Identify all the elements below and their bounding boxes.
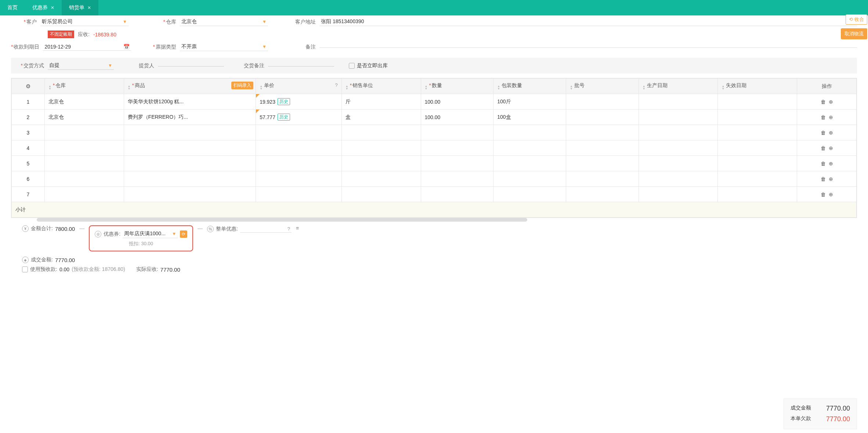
tab-coupon[interactable]: 优惠券✕ (25, 0, 62, 15)
footer-line2: ◈ 成交金额: 7770.00 (11, 255, 857, 265)
sort-icon: ▲▼ (570, 85, 573, 90)
chevron-down-icon: ▼ (262, 19, 267, 24)
ship-now-checkbox[interactable]: 是否立即出库 (349, 62, 388, 69)
bill-type-label: *票据类型 (151, 44, 176, 50)
delete-icon[interactable]: 🗑 (821, 192, 826, 197)
add-icon[interactable]: ⊕ (829, 145, 833, 151)
delete-icon[interactable]: 🗑 (821, 161, 826, 167)
tab-sales-order[interactable]: 销货单✕ (62, 0, 98, 15)
warehouse-select[interactable]: 北京仓▼ (180, 18, 268, 26)
total-label: 金额合计: (31, 225, 53, 232)
add-icon[interactable]: ⊕ (829, 192, 833, 197)
col-warehouse[interactable]: ▲▼*仓库 (44, 79, 124, 94)
refresh-button[interactable]: ⟳ (180, 230, 187, 238)
total-value: 7800.00 (55, 226, 75, 232)
help-icon[interactable]: ? (287, 226, 290, 232)
close-icon[interactable]: ✕ (87, 5, 91, 10)
customer-select[interactable]: 昕乐贸易公司▼ (40, 18, 129, 26)
address-label: 客户地址 (290, 19, 316, 25)
sort-icon: ▲▼ (346, 85, 348, 90)
use-prepay-value: 0.00 (59, 266, 69, 272)
table-row[interactable]: 1 北京仓 华美华夫软饼1200g 糕... 19.923历史 斤 100.00… (12, 94, 857, 110)
col-prod-date[interactable]: ▲▼生产日期 (639, 79, 718, 94)
warehouse-label: *仓库 (151, 19, 176, 25)
add-icon[interactable]: ⊕ (829, 176, 833, 182)
delivery-remark-input[interactable] (268, 65, 334, 67)
calendar-icon: 📅 (123, 44, 130, 50)
col-unit[interactable]: ▲▼*销售单位 (341, 79, 421, 94)
scan-badge[interactable]: 扫码录入 (231, 82, 253, 89)
chevron-down-icon: ▼ (172, 231, 176, 236)
receivable-label: 应收: (78, 31, 90, 38)
col-expire-date[interactable]: ▲▼失效日期 (718, 79, 797, 94)
table-row[interactable]: 7 🗑⊕ (12, 187, 857, 202)
delete-icon[interactable]: 🗑 (821, 145, 826, 151)
sort-icon: ▲▼ (425, 85, 428, 90)
col-batch[interactable]: ▲▼批号 (566, 79, 639, 94)
use-prepay-label: 使用预收款: (30, 266, 57, 273)
add-icon[interactable]: ⊕ (829, 99, 833, 105)
col-qty[interactable]: ▲▼*数量 (421, 79, 493, 94)
delete-icon[interactable]: 🗑 (821, 99, 826, 105)
col-action: 操作 (797, 79, 857, 94)
pickup-label: 提货人 (129, 62, 154, 69)
discount-icon: % (207, 226, 214, 232)
receivable-value: -18639.80 (93, 32, 116, 37)
table-row[interactable]: 6 🗑⊕ (12, 171, 857, 187)
sort-icon: ▲▼ (260, 85, 263, 90)
paydate-input[interactable]: 2019-12-29📅 (43, 43, 131, 51)
actual-value: 7770.00 (160, 266, 180, 273)
table-row[interactable]: 3 🗑⊕ (12, 125, 857, 140)
table-row[interactable]: 4 🗑⊕ (12, 140, 857, 156)
equals-icon: = (296, 225, 299, 231)
sort-icon: ▲▼ (128, 85, 131, 90)
order-discount-input[interactable]: ? (240, 225, 292, 233)
add-icon[interactable]: ⊕ (829, 114, 833, 120)
add-icon[interactable]: ⊕ (829, 161, 833, 167)
delete-icon[interactable]: 🗑 (821, 176, 826, 182)
form-area: ⟲ 收合 取消物流 *客户 昕乐贸易公司▼ *仓库 北京仓▼ 客户地址 张阳 1… (0, 15, 868, 274)
chevron-down-icon: ▼ (108, 63, 112, 68)
col-product[interactable]: ▲▼*商品扫码录入 (124, 79, 256, 94)
coupon-label: 优惠券: (104, 231, 120, 237)
close-icon[interactable]: ✕ (51, 5, 54, 10)
coupon-deduct-row: 抵扣: 30.00 (95, 240, 187, 247)
checkbox-icon (349, 63, 355, 69)
items-table: ⚙ ▲▼*仓库 ▲▼*商品扫码录入 ▲▼单价? ▲▼*销售单位 ▲▼*数量 ▲▼… (11, 78, 857, 218)
tab-home[interactable]: 首页 (0, 0, 25, 15)
deal-icon: ◈ (22, 257, 29, 263)
add-icon[interactable]: ⊕ (829, 130, 833, 136)
delete-icon[interactable]: 🗑 (821, 114, 826, 120)
delivery-remark-label: 交货备注 (239, 62, 264, 69)
remark-input[interactable] (319, 46, 857, 48)
paydate-label: *收款到期日 (11, 44, 39, 50)
table-row[interactable]: 2 北京仓 费列罗（FERRERO）巧... 57.777历史 盒 100.00… (12, 110, 857, 125)
horizontal-scrollbar[interactable] (37, 218, 527, 222)
pickup-input[interactable] (158, 65, 224, 67)
subtotal-row: 小计 (12, 202, 857, 218)
table-row[interactable]: 5 🗑⊕ (12, 156, 857, 171)
settings-header[interactable]: ⚙ (12, 79, 45, 94)
customer-label: *客户 (11, 19, 37, 25)
col-pack-qty[interactable]: ▲▼包装数量 (493, 79, 566, 94)
chevron-down-icon: ▼ (262, 44, 267, 49)
checkbox-icon[interactable] (22, 266, 28, 272)
delivery-method-select[interactable]: 自提▼ (48, 61, 114, 70)
remark-label: 备注 (290, 44, 316, 50)
coupon-select[interactable]: 周年店庆满1000...▼ (123, 230, 178, 238)
delete-icon[interactable]: 🗑 (821, 130, 826, 136)
footer-line3: 使用预收款: 0.00 (预收款金额: 18706.80) 实际应收: 7770… (11, 265, 857, 274)
collapse-button[interactable]: ⟲ 收合 (846, 14, 867, 25)
help-icon[interactable]: ? (335, 82, 338, 88)
sort-icon: ▲▼ (497, 85, 500, 90)
cancel-logistics-button[interactable]: 取消物流 (841, 28, 867, 39)
col-price[interactable]: ▲▼单价? (256, 79, 342, 94)
yen-icon: ¥ (22, 225, 29, 232)
bill-type-select[interactable]: 不开票▼ (180, 43, 268, 51)
deal-value: 7770.00 (55, 257, 75, 263)
address-select[interactable]: 张阳 18513400390▼ (319, 18, 857, 26)
delivery-method-label: *交货方式 (18, 62, 44, 69)
gear-icon: ⚙ (26, 83, 30, 89)
unfixed-period-badge: 不固定账期 (48, 31, 74, 38)
order-discount-label: 整单优惠: (216, 226, 238, 232)
